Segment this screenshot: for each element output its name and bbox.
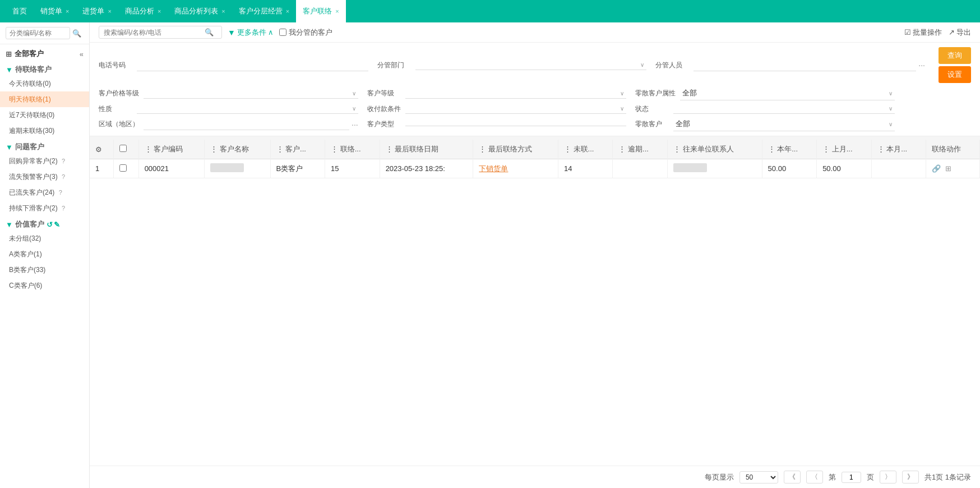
search-input[interactable] <box>104 29 205 36</box>
reset-btn[interactable]: 设置 <box>939 66 971 83</box>
sidebar-search-icon[interactable]: 🔍 <box>72 29 81 38</box>
customer-type-select[interactable] <box>405 122 627 126</box>
export-btn[interactable]: ↗ 导出 <box>949 27 971 38</box>
main-layout: 🔍 ⊞ 全部客户 « ▼ 待联络客户 今天待联络(0) 明天待联络(1) 近7天… <box>0 22 980 488</box>
chevron-down-icon: ∨ <box>640 62 644 68</box>
close-product-analysis-list-icon[interactable]: × <box>221 8 225 15</box>
sidebar-item-churned[interactable]: 已流失客户(24) ? <box>0 185 89 200</box>
row-contact-person <box>668 159 762 178</box>
filter-retail-customer: 零散客户 全部 ∨ <box>635 117 895 131</box>
page-size-select[interactable]: 50 100 200 <box>739 471 778 484</box>
table-area: ⚙ ⋮ 客户编码 ⋮ 客户名称 ⋮ 客户... <box>90 140 980 466</box>
col-last-contact-method[interactable]: ⋮ 最后联络方式 <box>473 140 558 159</box>
action-qr-icon[interactable]: ⊞ <box>945 164 951 173</box>
filter-row-4: 区域（地区） ··· 客户类型 零散客户 全部 ∨ <box>99 117 971 131</box>
col-checkbox[interactable] <box>114 140 139 159</box>
customer-grade-select[interactable]: ∨ <box>405 89 627 99</box>
row-last-contact-method: 下销货单 <box>473 159 558 178</box>
price-grade-select[interactable]: ∨ <box>144 89 358 99</box>
nav-product-analysis-list[interactable]: 商品分析列表 × <box>168 0 232 22</box>
sidebar-search-area: 🔍 <box>0 22 89 44</box>
arrow-down-icon: ▼ <box>6 66 13 74</box>
sidebar-item-repurchase-abnormal[interactable]: 回购异常客户(2) ? <box>0 153 89 169</box>
row-checkbox[interactable] <box>114 159 139 178</box>
sidebar-item-typeC[interactable]: C类客户(6) <box>0 278 89 293</box>
close-customer-tier-icon[interactable]: × <box>286 8 289 15</box>
col-overdue[interactable]: ⋮ 逾期... <box>613 140 668 159</box>
close-product-analysis-icon[interactable]: × <box>158 8 161 15</box>
sidebar-item-today[interactable]: 今天待联络(0) <box>0 76 89 91</box>
filter-region: 区域（地区） ··· <box>99 118 358 130</box>
phone-input[interactable] <box>137 59 368 71</box>
col-contacts[interactable]: ⋮ 联络... <box>325 140 380 159</box>
collapse-icon[interactable]: « <box>80 50 84 58</box>
nav-customer-tier[interactable]: 客户分层经营 × <box>232 0 296 22</box>
my-customers-checkbox[interactable]: 我分管的客户 <box>279 27 332 38</box>
customer-table: ⚙ ⋮ 客户编码 ⋮ 客户名称 ⋮ 客户... <box>90 140 980 178</box>
col-year-amount[interactable]: ⋮ 本年... <box>762 140 817 159</box>
payment-select[interactable]: ∨ <box>405 104 627 114</box>
region-input[interactable] <box>144 118 349 130</box>
refresh-icon[interactable]: ↺ <box>47 220 53 229</box>
sidebar-item-7days[interactable]: 近7天待联络(0) <box>0 107 89 123</box>
table-row: 1 000021 B类客户 15 2023-05-23 18:25: 下销货单 <box>90 159 980 178</box>
row-select-checkbox[interactable] <box>119 164 127 172</box>
more-conditions-btn[interactable]: ▼ 更多条件 ∧ <box>228 27 274 38</box>
col-type[interactable]: ⋮ 客户... <box>270 140 325 159</box>
close-purchase-order-icon[interactable]: × <box>108 8 111 15</box>
last-page-btn[interactable]: 》 <box>902 471 919 484</box>
nature-select[interactable]: ∨ <box>137 104 358 114</box>
nav-home[interactable]: 首页 <box>6 0 34 22</box>
page-input[interactable] <box>842 472 861 483</box>
section-value-customers: ▼ 价值客户 ↺ ✎ <box>0 216 89 231</box>
action-link-icon[interactable]: 🔗 <box>932 164 941 173</box>
nav-purchase-order[interactable]: 进货单 × <box>76 0 118 22</box>
col-contact-person[interactable]: ⋮ 往来单位联系人 <box>668 140 762 159</box>
sidebar-item-tomorrow[interactable]: 明天待联络(1) <box>0 91 89 107</box>
row-code: 000021 <box>138 159 204 178</box>
nav-sales-order[interactable]: 销货单 × <box>34 0 76 22</box>
sidebar-item-typeA[interactable]: A类客户(1) <box>0 246 89 262</box>
sidebar-item-churn-warning[interactable]: 流失预警客户(3) ? <box>0 169 89 185</box>
nav-product-analysis[interactable]: 商品分析 × <box>118 0 168 22</box>
edit-icon[interactable]: ✎ <box>54 220 60 229</box>
filter-row-2: 客户价格等级 ∨ 客户等级 ∨ 零散客户属性 全部 <box>99 86 971 100</box>
search-submit-icon[interactable]: 🔍 <box>205 28 214 36</box>
grid-icon: ⊞ <box>6 50 12 58</box>
sidebar-search-input[interactable] <box>6 27 70 39</box>
status-select[interactable]: ∨ <box>673 104 895 114</box>
ellipsis-icon[interactable]: ··· <box>918 61 925 70</box>
sidebar-item-ungroup[interactable]: 未分组(32) <box>0 231 89 246</box>
col-this-month-amount[interactable]: ⋮ 本月... <box>871 140 926 159</box>
batch-op-btn[interactable]: ☑ 批量操作 <box>904 27 942 38</box>
section-pending-contact: ▼ 待联络客户 <box>0 61 89 76</box>
region-ellipsis-icon[interactable]: ··· <box>352 120 358 129</box>
nav-customer-contact[interactable]: 客户联络 × <box>296 0 345 22</box>
col-code[interactable]: ⋮ 客户编码 <box>138 140 204 159</box>
retail-attr-select[interactable]: 全部 ∨ <box>680 86 895 100</box>
chevron-down-icon6: ∨ <box>620 105 624 112</box>
settings-icon[interactable]: ⚙ <box>95 145 102 154</box>
sidebar-item-declining[interactable]: 持续下滑客户(2) ? <box>0 200 89 216</box>
close-sales-order-icon[interactable]: × <box>66 8 69 15</box>
query-btn[interactable]: 查询 <box>939 47 971 64</box>
person-input[interactable] <box>694 59 916 71</box>
close-customer-contact-icon[interactable]: × <box>335 8 339 15</box>
col-not-contacted[interactable]: ⋮ 未联... <box>558 140 613 159</box>
first-page-btn[interactable]: 《 <box>784 471 801 484</box>
retail-customer-select[interactable]: 全部 ∨ <box>673 117 895 131</box>
select-all-checkbox[interactable] <box>119 145 127 152</box>
prev-page-btn[interactable]: 〈 <box>806 471 823 484</box>
filter-action-btns: 查询 设置 <box>939 47 971 83</box>
contact-method-link[interactable]: 下销货单 <box>479 164 508 173</box>
col-name[interactable]: ⋮ 客户名称 <box>205 140 270 159</box>
my-customers-check[interactable] <box>279 29 286 36</box>
col-last-month-amount[interactable]: ⋮ 上月... <box>817 140 872 159</box>
col-settings[interactable]: ⚙ <box>90 140 114 159</box>
col-last-contact-date[interactable]: ⋮ 最后联络日期 <box>380 140 473 159</box>
dept-select[interactable]: ∨ <box>415 60 647 70</box>
next-page-btn[interactable]: 〉 <box>880 471 896 484</box>
all-customers-title[interactable]: ⊞ 全部客户 « <box>0 44 89 61</box>
sidebar-item-overdue[interactable]: 逾期未联络(30) <box>0 123 89 139</box>
sidebar-item-typeB[interactable]: B类客户(33) <box>0 262 89 278</box>
